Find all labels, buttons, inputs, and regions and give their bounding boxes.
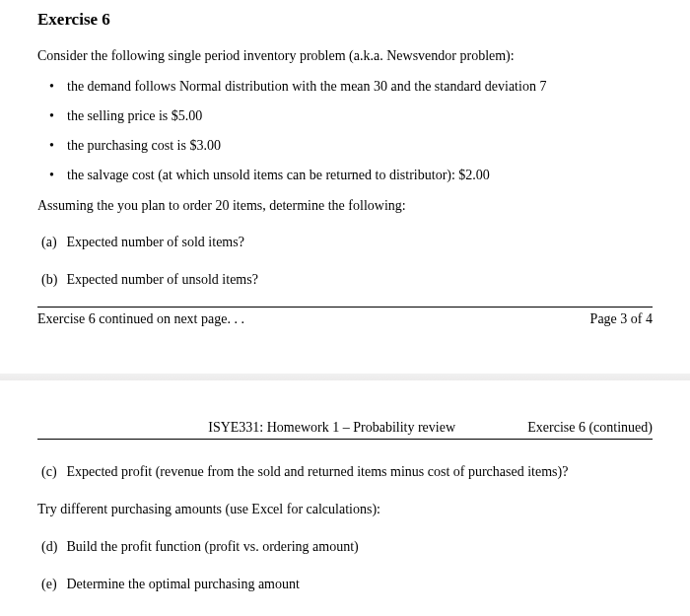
bullet-item: the selling price is $5.00 <box>67 105 653 126</box>
sub-questions: (a) Expected number of sold items? (b) E… <box>37 232 653 290</box>
assume-text: Assuming the you plan to order 20 items,… <box>37 195 653 216</box>
bullet-item: the demand follows Normal distribution w… <box>67 76 653 97</box>
bullet-item: the salvage cost (at which unsold items … <box>67 165 653 185</box>
question-text: Build the profit function (profit vs. or… <box>67 539 359 554</box>
exercise-continued: Exercise 6 (continued) <box>527 420 653 436</box>
try-text: Try different purchasing amounts (use Ex… <box>37 499 653 519</box>
question-label: (b) <box>41 269 63 290</box>
exercise-title: Exercise 6 <box>37 10 653 30</box>
question-text: Determine the optimal purchasing amount <box>67 577 300 591</box>
question-text: Expected number of unsold items? <box>67 272 258 287</box>
sub-questions: (c) Expected profit (revenue from the so… <box>37 461 653 482</box>
question-label: (c) <box>41 461 63 482</box>
question-label: (e) <box>41 574 63 594</box>
continued-text: Exercise 6 continued on next page. . . <box>37 311 244 327</box>
question-c: (c) Expected profit (revenue from the so… <box>41 461 653 482</box>
question-label: (a) <box>41 232 63 252</box>
page-separator <box>0 345 690 406</box>
page-2: ISYE331: Homework 1 – Probability review… <box>0 420 690 616</box>
sub-questions: (d) Build the profit function (profit vs… <box>37 536 653 594</box>
question-d: (d) Build the profit function (profit vs… <box>41 536 653 557</box>
question-label: (d) <box>41 536 63 557</box>
question-text: Expected profit (revenue from the sold a… <box>67 464 569 479</box>
bullet-item: the purchasing cost is $3.00 <box>67 135 653 156</box>
question-e: (e) Determine the optimal purchasing amo… <box>41 574 653 594</box>
question-b: (b) Expected number of unsold items? <box>41 269 653 290</box>
page-footer: Exercise 6 continued on next page. . . P… <box>37 307 653 327</box>
intro-text: Consider the following single period inv… <box>37 45 653 66</box>
page-number: Page 3 of 4 <box>590 311 653 327</box>
bullet-list: the demand follows Normal distribution w… <box>37 76 653 185</box>
page-1: Exercise 6 Consider the following single… <box>0 0 690 327</box>
question-a: (a) Expected number of sold items? <box>41 232 653 252</box>
page-header: ISYE331: Homework 1 – Probability review… <box>37 420 653 440</box>
course-title: ISYE331: Homework 1 – Probability review <box>37 420 527 436</box>
question-text: Expected number of sold items? <box>67 235 244 249</box>
